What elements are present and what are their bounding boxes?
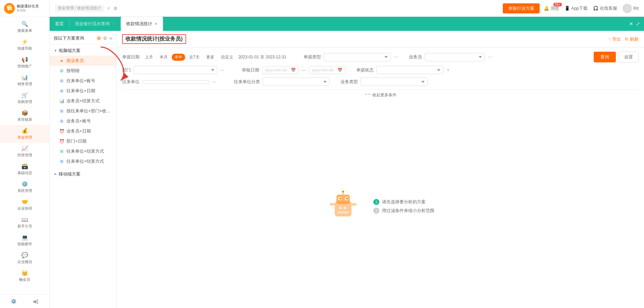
maximize-window-icon[interactable]: ⤢	[636, 21, 640, 27]
member-icon: 👑	[21, 270, 28, 276]
scheme-item-partner-date[interactable]: ⊞ 往来单位+日期	[50, 86, 116, 96]
scheme-item-by-salesperson[interactable]: ● 按业务员	[50, 56, 116, 66]
sidebar-item-inventory[interactable]: 📦 库存核算	[0, 107, 49, 125]
detail-scheme-icon: ⊞	[59, 68, 64, 73]
scheme-item-partner-method2[interactable]: ⊞ 往来单位+结算方式	[50, 156, 116, 166]
sidebar-item-enterprise[interactable]: 🤝 企业协同	[0, 196, 49, 214]
refresh-button[interactable]: ↻ 刷新	[625, 36, 639, 42]
collapse-sidebar-btn[interactable]: ◀‖	[31, 297, 40, 305]
sidebar-item-guide[interactable]: 📖 新手引导	[0, 214, 49, 232]
close-window-icon[interactable]: ✕	[629, 21, 633, 27]
messages-action[interactable]: 🔔 消息 99+	[544, 5, 559, 11]
collapse-button[interactable]: ⌃⌃ 收起更多条件	[364, 92, 396, 98]
online-service-action[interactable]: 🎧 在线客服	[593, 5, 617, 11]
business-type-select[interactable]	[361, 78, 428, 86]
export-button[interactable]: ↑ 导出	[609, 36, 621, 42]
doc-status-label: 单据状态	[356, 67, 374, 73]
sidebar-item-search-menu[interactable]: 🔍 搜索菜单	[0, 18, 49, 36]
scheme-item-salesperson-method[interactable]: 📊 业务员+结算方式	[50, 96, 116, 106]
tab-bank-flow-close[interactable]: ✕	[112, 21, 115, 26]
salesperson-date-icon: ⏰	[59, 129, 64, 134]
breadcrumb-dropdown-icon[interactable]: ▼	[107, 6, 111, 11]
sidebar-item-operations[interactable]: 📈 经营管理	[0, 143, 49, 160]
scheme-settings-icon[interactable]: ⚙	[103, 36, 107, 41]
salesperson-more-icon[interactable]: ···	[488, 54, 492, 60]
svg-point-10	[339, 207, 342, 209]
review-date-end-input[interactable]: yyyy-mm-dd 📅	[309, 66, 345, 74]
mobile-scheme-group-header[interactable]: ▼ 移动端方案	[50, 169, 116, 179]
header-actions: 🔔 消息 99+ 📱 App下载 🎧 在线客服 Rit	[544, 4, 639, 13]
date-tab-last-month[interactable]: 上月	[142, 54, 156, 61]
tab-collection-stats[interactable]: 收款情况统计 ✕	[121, 17, 163, 31]
sidebar-item-member[interactable]: 👑 畅会员	[0, 267, 49, 285]
scheme-item-by-detail[interactable]: ⊞ 按明细	[50, 66, 116, 76]
guide-icon: 📖	[21, 216, 28, 223]
refresh-icon: ↻	[625, 37, 629, 42]
date-tab-7days[interactable]: 近7天	[186, 54, 202, 61]
sidebar-item-system[interactable]: ⚙️ 系统管理	[0, 178, 49, 196]
setting-button[interactable]: 设置	[619, 52, 639, 62]
step-2-number: 2	[373, 208, 379, 214]
settings-footer-btn[interactable]: ⚙️	[9, 297, 18, 305]
partner-dept-icon: ⊞	[59, 108, 64, 114]
app-download-action[interactable]: 📱 App下载	[565, 5, 588, 11]
svg-rect-12	[337, 211, 349, 213]
doc-status-select[interactable]	[376, 66, 443, 74]
date-tab-more[interactable]: 更多	[204, 54, 217, 61]
scheme-item-dept-date[interactable]: ⏰ 部门+日期	[50, 136, 116, 146]
salesperson-select[interactable]	[425, 53, 485, 61]
salesperson-filter-item: 业务员 ···	[409, 53, 492, 61]
partner-category-select-wrapper	[263, 78, 330, 86]
tab-collection-stats-close[interactable]: ✕	[154, 21, 158, 26]
salesperson-method-icon: 📊	[59, 98, 64, 104]
system-icon: ⚙️	[21, 181, 28, 187]
page-header-actions: ↑ 导出 ↻ 刷新	[609, 36, 639, 42]
partner-input[interactable]	[142, 80, 209, 84]
sidebar-item-basic-info[interactable]: 🗃️ 基础信息	[0, 160, 49, 178]
date-tab-custom[interactable]: 自定义	[218, 54, 236, 61]
step-1-number: 1	[373, 199, 379, 205]
sidebar-item-marketing[interactable]: 📢 营销推广	[0, 54, 49, 71]
desktop-scheme-group-header[interactable]: ▼ 电脑端方案	[50, 46, 116, 56]
page-header: 收款情况统计(按业务员) ↑ 导出 ↻ 刷新	[117, 31, 644, 48]
dept-select-wrapper	[133, 66, 217, 74]
phone-icon: 📱	[565, 6, 570, 11]
page-title: 收款情况统计(按业务员)	[122, 34, 186, 44]
settings-gear-icon[interactable]: ⚙	[113, 6, 118, 11]
scheme-item-salesperson-account[interactable]: ⊞ 业务员+账号	[50, 116, 116, 126]
date-tab-this-month[interactable]: 本月	[157, 54, 170, 61]
sidebar-item-sales[interactable]: 📊 销售管理	[0, 71, 49, 89]
trial-button[interactable]: 体验行业方案	[503, 3, 540, 13]
left-panel-title: 按以下方案查询	[54, 35, 84, 41]
business-type-select-wrapper	[361, 78, 428, 86]
date-tab-this-year[interactable]: 本年	[172, 54, 185, 61]
add-scheme-icon[interactable]: ⊕	[97, 35, 101, 41]
tab-bank-flow[interactable]: 现金银行流水查询 ✕	[69, 17, 120, 31]
doc-type-more-icon[interactable]: ···	[393, 54, 398, 60]
sidebar-item-hardware[interactable]: 💻 智能硬件	[0, 232, 49, 249]
partner-more-icon[interactable]: ···	[212, 79, 216, 85]
doc-status-select-wrapper	[376, 66, 443, 74]
date-range-separator: 至	[260, 54, 264, 60]
doc-type-select[interactable]	[324, 53, 391, 61]
scheme-item-partner-method1[interactable]: ⊞ 往来单位+结算方式	[50, 146, 116, 156]
tab-home[interactable]: 首页	[50, 17, 69, 31]
query-button[interactable]: 查询	[594, 52, 616, 62]
scheme-item-partner-dept[interactable]: ⊞ 按往来单位+部门+收...	[50, 106, 116, 116]
dept-more-icon[interactable]: ···	[220, 67, 224, 73]
partner-category-select[interactable]	[263, 78, 330, 86]
review-date-start-input[interactable]: yyyy-mm-dd 📅	[262, 66, 299, 74]
quick-nav-icon: ⚡	[21, 39, 28, 45]
dept-select[interactable]	[133, 66, 217, 74]
collapse-left-panel-icon[interactable]: «	[109, 35, 112, 41]
sidebar-item-wechat[interactable]: 💬 企业微信	[0, 249, 49, 267]
user-avatar[interactable]: Rit	[623, 4, 639, 13]
operations-icon: 📈	[21, 145, 28, 152]
scheme-item-salesperson-date[interactable]: ⏰ 业务员+日期	[50, 126, 116, 136]
sidebar-item-quick-nav[interactable]: ⚡ 快捷导航	[0, 36, 49, 54]
breadcrumb-area: 资金管理 / 收款情况统计 ▼ ⚙	[55, 5, 499, 12]
svg-point-5	[346, 198, 348, 200]
sidebar-item-purchase[interactable]: 🛒 采购管理	[0, 89, 49, 107]
scheme-item-partner-account[interactable]: ⊞ 往来单位+账号	[50, 76, 116, 86]
sidebar-item-finance[interactable]: 💰 资金管理	[0, 125, 49, 143]
